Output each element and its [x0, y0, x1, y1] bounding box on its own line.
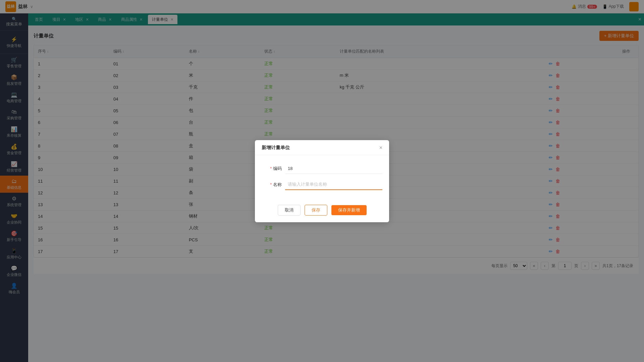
modal-header: 新增计量单位 ×: [255, 140, 389, 155]
code-field-row: 编码: [262, 163, 382, 174]
modal-body: 编码 名称: [255, 155, 389, 201]
save-and-add-button[interactable]: 保存并新增: [331, 205, 367, 215]
modal-close-button[interactable]: ×: [379, 145, 382, 150]
code-input[interactable]: [285, 163, 382, 174]
name-label: 名称: [262, 182, 282, 188]
save-button[interactable]: 保存: [305, 205, 327, 216]
modal-overlay: 新增计量单位 × 编码 名称 取消 保存 保存并新增: [0, 0, 644, 362]
modal-title: 新增计量单位: [262, 145, 290, 151]
name-field-row: 名称: [262, 179, 382, 190]
add-unit-modal: 新增计量单位 × 编码 名称 取消 保存 保存并新增: [255, 140, 389, 222]
name-input[interactable]: [285, 179, 382, 190]
code-label: 编码: [262, 166, 282, 172]
modal-footer: 取消 保存 保存并新增: [255, 201, 389, 222]
cancel-button[interactable]: 取消: [278, 205, 301, 216]
